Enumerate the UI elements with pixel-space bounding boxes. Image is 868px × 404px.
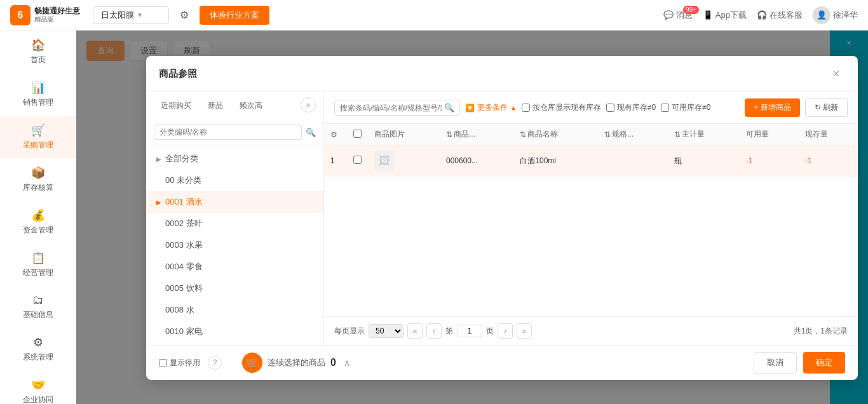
modal-body: 近期购买 新品 频次高 « 🔍 ▶ 全部分类	[146, 92, 858, 345]
th-unit[interactable]: ⇅ 主计量	[668, 124, 740, 145]
modal-left-panel: 近期购买 新品 频次高 « 🔍 ▶ 全部分类	[146, 92, 324, 345]
settings-icon[interactable]: ⚙	[174, 5, 194, 25]
sidebar-item-management[interactable]: 📋 经营管理	[0, 243, 76, 286]
category-item-all[interactable]: ▶ 全部分类	[146, 148, 323, 170]
sort-icon-2: ⇅	[520, 130, 526, 139]
page-prev-btn[interactable]: ‹	[426, 323, 442, 339]
row-checkbox[interactable]	[353, 156, 362, 164]
cart-count: 0	[330, 357, 336, 368]
tab-recent[interactable]: 近期购买	[154, 97, 198, 114]
category-search-bar: 🔍	[146, 119, 323, 145]
refresh-btn[interactable]: ↻ 刷新	[805, 98, 848, 117]
message-badge[interactable]: 💬 消息 99+	[663, 10, 693, 21]
category-item-tea[interactable]: 0002 茶叶	[146, 213, 323, 234]
sidebar-item-finance[interactable]: 💰 资金管理	[0, 201, 76, 243]
category-item-drinks[interactable]: 0005 饮料	[146, 278, 323, 299]
table-settings-icon[interactable]: ⚙	[330, 130, 337, 139]
modal-footer: 显示停用 ? 🛒 连续选择的商品 0 ∧ 取消 确定	[146, 345, 858, 380]
topbar-right: 💬 消息 99+ 📱 App下载 🎧 在线客服 👤 徐泽华	[663, 6, 858, 24]
cart-icon[interactable]: 🛒	[242, 353, 262, 373]
select-all-checkbox[interactable]	[353, 130, 362, 138]
show-disabled-checkbox[interactable]	[159, 359, 167, 367]
page-next-btn[interactable]: ›	[498, 323, 513, 339]
image-placeholder: 🖼	[379, 154, 390, 168]
finance-icon: 💰	[31, 208, 45, 222]
sort-unit[interactable]: ⇅ 主计量	[674, 129, 705, 140]
cell-spec	[598, 145, 668, 177]
main-layout: 🏠 首页 📊 销售管理 🛒 采购管理 📦 库存核算 💰 资金管理 📋 经营管理 …	[0, 30, 868, 404]
active-arrow-icon: ▶	[156, 199, 161, 206]
cart-collapse-icon[interactable]: ∧	[344, 358, 350, 368]
table-row[interactable]: 1 🖼 000600...	[324, 145, 858, 177]
sales-icon: 📊	[31, 81, 45, 95]
system-icon: ⚙	[33, 335, 43, 349]
sort-code[interactable]: ⇅ 商品...	[446, 129, 475, 140]
sidebar-item-enterprise[interactable]: 🤝 企业协同	[0, 370, 76, 404]
content-area: 查询 设置 刷新 ✕ ⤢ 商品参照 × 近期购买	[76, 30, 868, 404]
th-available: 可用量	[740, 124, 799, 145]
th-settings: ⚙	[324, 124, 347, 145]
modal-dialog: 商品参照 × 近期购买 新品 频次高 « 🔍	[146, 56, 858, 380]
inventory-icon: 📦	[31, 166, 45, 180]
tab-frequent[interactable]: 频次高	[233, 97, 269, 114]
sidebar-item-basic-info[interactable]: 🗂 基础信息	[0, 286, 76, 328]
modal-close-btn[interactable]: ×	[827, 65, 845, 83]
sort-name[interactable]: ⇅ 商品名称	[520, 129, 558, 140]
add-product-btn[interactable]: + 新增商品	[745, 98, 799, 117]
filter-icon: 🔽	[465, 104, 475, 112]
sidebar-item-inventory[interactable]: 📦 库存核算	[0, 158, 76, 201]
cell-image: 🖼	[368, 145, 440, 177]
tab-new[interactable]: 新品	[201, 97, 230, 114]
page-last-btn[interactable]: »	[517, 323, 532, 339]
category-list: ▶ 全部分类 00 未分类 ▶ 0001 酒水 0002 茶叶	[146, 145, 323, 345]
app-logo[interactable]: 6 畅捷通好生意 精品版	[10, 5, 80, 25]
sidebar-item-sales[interactable]: 📊 销售管理	[0, 73, 76, 116]
category-search-icon[interactable]: 🔍	[306, 128, 316, 137]
sort-spec[interactable]: ⇅ 规格...	[604, 129, 634, 140]
cancel-btn[interactable]: 取消	[754, 352, 797, 374]
online-service[interactable]: 🎧 在线客服	[757, 10, 803, 21]
sidebar-item-system[interactable]: ⚙ 系统管理	[0, 328, 76, 370]
logo-icon: 6	[10, 5, 31, 25]
trial-btn[interactable]: 体验行业方案	[200, 6, 269, 25]
category-item-snacks[interactable]: 0004 零食	[146, 256, 323, 278]
warehouse-checkbox[interactable]	[522, 104, 530, 112]
more-filter-btn[interactable]: 🔽 更多条件 ▲	[465, 102, 517, 113]
category-item-fruit[interactable]: 0003 水果	[146, 234, 323, 256]
cell-stock: -1	[799, 145, 858, 177]
category-item-uncategorized[interactable]: 00 未分类	[146, 170, 323, 191]
per-page-select[interactable]: 50 100	[369, 324, 403, 338]
category-item-liquor[interactable]: ▶ 0001 酒水	[146, 191, 323, 213]
warehouse-selector[interactable]: 日太阳膜 ▼	[93, 6, 169, 24]
sidebar: 🏠 首页 📊 销售管理 🛒 采购管理 📦 库存核算 💰 资金管理 📋 经营管理 …	[0, 30, 76, 404]
product-search-icon[interactable]: 🔍	[444, 103, 454, 112]
available-stock-checkbox[interactable]	[606, 104, 614, 112]
sidebar-item-purchase[interactable]: 🛒 采购管理	[0, 116, 76, 158]
usable-stock-checkbox[interactable]	[661, 104, 669, 112]
usable-stock-checkbox-label[interactable]: 可用库存≠0	[661, 102, 710, 113]
basic-info-icon: 🗂	[32, 293, 44, 307]
per-page-label: 每页显示	[334, 326, 365, 337]
page-first-btn[interactable]: «	[407, 323, 423, 339]
sidebar-item-home[interactable]: 🏠 首页	[0, 30, 76, 73]
available-stock-checkbox-label[interactable]: 现有库存≠0	[606, 102, 656, 113]
page-number-input[interactable]	[457, 325, 482, 337]
help-icon[interactable]: ?	[208, 356, 222, 370]
th-name[interactable]: ⇅ 商品名称	[513, 124, 598, 145]
show-disabled-label[interactable]: 显示停用	[159, 358, 200, 368]
cell-checkbox	[347, 145, 368, 177]
confirm-btn[interactable]: 确定	[803, 352, 845, 374]
modal-right-panel: 🔍 🔽 更多条件 ▲ 按仓库显示现有库存	[324, 92, 858, 345]
warehouse-checkbox-label[interactable]: 按仓库显示现有库存	[522, 102, 601, 113]
user-menu[interactable]: 👤 徐泽华	[813, 6, 858, 24]
app-download[interactable]: 📱 App下载	[703, 10, 747, 21]
topbar: 6 畅捷通好生意 精品版 日太阳膜 ▼ ⚙ 体验行业方案 💬 消息 99+ 📱 …	[0, 0, 868, 30]
category-item-appliances[interactable]: 0010 家电	[146, 321, 323, 342]
page-total-label: 共1页，1条记录	[794, 326, 848, 337]
category-item-water[interactable]: 0008 水	[146, 299, 323, 321]
collapse-left-btn[interactable]: «	[301, 97, 316, 112]
category-search-input[interactable]	[154, 125, 302, 140]
product-search-input[interactable]	[340, 104, 442, 112]
th-code[interactable]: ⇅ 商品...	[440, 124, 513, 145]
th-spec[interactable]: ⇅ 规格...	[598, 124, 668, 145]
